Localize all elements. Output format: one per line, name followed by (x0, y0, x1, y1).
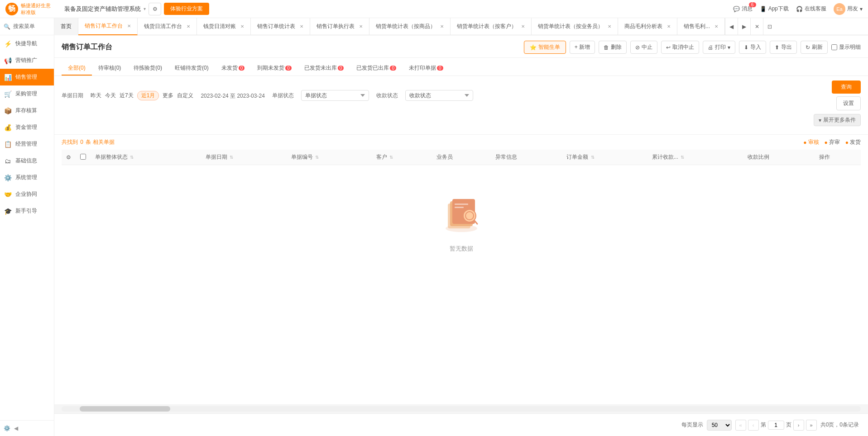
user-item[interactable]: Ea 用友 ▾ (834, 3, 863, 15)
sidebar-item-enterprise[interactable]: 🤝 企业协同 (0, 186, 54, 203)
sub-tab-all[interactable]: 全部(0) (62, 62, 92, 76)
sidebar-item-sales[interactable]: 📊 销售管理 (0, 69, 54, 85)
page-size-select[interactable]: 50 10 20 100 (707, 420, 732, 431)
sidebar-item-finance[interactable]: 💰 资金管理 (0, 119, 54, 136)
date-opt-custom[interactable]: 自定义 (177, 92, 193, 100)
tab-prev-btn[interactable]: ◀ (725, 18, 738, 35)
dropdown-arrow-icon[interactable]: ▾ (144, 6, 146, 11)
sort-no-icon[interactable]: ⇅ (315, 155, 319, 160)
tab-reconcile[interactable]: 钱货日清对账 ✕ (197, 18, 251, 35)
date-opt-yesterday[interactable]: 昨天 (91, 92, 101, 100)
sub-tab-pending-review[interactable]: 待审核(0) (92, 62, 128, 76)
sort-collected-icon[interactable]: ⇅ (681, 155, 684, 160)
sort-date-icon[interactable]: ⇅ (230, 155, 233, 160)
settings-footer-icon[interactable]: ⚙️ (4, 425, 10, 431)
stop-button[interactable]: ⊘ 中止 (630, 41, 657, 54)
tab-daily-clear[interactable]: 钱货日清工作台 ✕ (138, 18, 197, 35)
tab-order-exec[interactable]: 销售订单执行表 ✕ (310, 18, 369, 35)
status-filter-label: 单据状态 (272, 92, 294, 100)
last-page-button[interactable]: » (806, 420, 817, 431)
trial-button[interactable]: 体验行业方案 (164, 3, 209, 15)
sort-status-icon[interactable]: ⇅ (130, 155, 134, 160)
sub-tab-pending-check[interactable]: 待拣验货(0) (127, 62, 168, 76)
tab-sales-workbench[interactable]: 销售订单工作台 ✕ (78, 18, 138, 35)
sidebar-item-purchase[interactable]: 🛒 采购管理 (0, 85, 54, 102)
online-service-item[interactable]: 🎧 在线客服 (796, 5, 826, 13)
sidebar-item-basic[interactable]: 🗂 基础信息 (0, 152, 54, 169)
date-opt-1month[interactable]: 近1月 (137, 91, 159, 100)
next-page-button[interactable]: › (793, 420, 804, 431)
tab-sales-customer[interactable]: 销货单统计表（按客户） ✕ (451, 18, 532, 35)
query-button[interactable]: 查询 (832, 81, 861, 94)
sidebar-search[interactable]: 🔍 搜索菜单 (0, 18, 54, 35)
empty-state: 暂无数据 (62, 165, 861, 280)
sidebar-item-system[interactable]: ⚙️ 系统管理 (0, 169, 54, 186)
tab-sales-workbench-close[interactable]: ✕ (127, 24, 131, 28)
page-input[interactable] (768, 421, 784, 430)
sort-amount-icon[interactable]: ⇅ (591, 155, 595, 160)
sales-icon: 📊 (4, 74, 12, 81)
export-button[interactable]: ⬆ 导出 (770, 41, 797, 54)
show-detail-label[interactable]: 显示明细 (831, 43, 861, 51)
tab-next-btn[interactable]: ▶ (738, 18, 750, 35)
collapse-icon[interactable]: ◀ (14, 425, 18, 431)
show-detail-checkbox[interactable] (831, 44, 837, 50)
sort-customer-icon[interactable]: ⇅ (389, 155, 393, 160)
cancel-stop-button[interactable]: ↩ 取消中止 (661, 41, 699, 54)
th-checkbox[interactable] (76, 150, 91, 165)
sub-tab-shipped-not-out[interactable]: 已发货未出库0 (298, 62, 350, 76)
new-button[interactable]: + 新增 (570, 41, 595, 54)
prev-page-button[interactable]: ‹ (748, 420, 759, 431)
expand-filter-button[interactable]: ▾ 展开更多条件 (814, 114, 861, 126)
sidebar-item-quick-nav[interactable]: ⚡ 快捷导航 (0, 35, 54, 52)
tab-gross-margin[interactable]: 商品毛利分析表 ✕ (618, 18, 677, 35)
tab-sales-staff-close[interactable]: ✕ (608, 24, 611, 29)
settings-icon[interactable]: ⚙ (149, 3, 161, 15)
tab-daily-clear-close[interactable]: ✕ (187, 24, 190, 29)
sidebar-item-guide[interactable]: 🎓 新手引导 (0, 203, 54, 219)
sidebar-item-inventory[interactable]: 📦 库存核算 (0, 102, 54, 119)
horizontal-scrollbar[interactable] (62, 406, 861, 412)
tab-sales-gross[interactable]: 销售毛利... ✕ (677, 18, 725, 35)
tab-home[interactable]: 首页 (54, 18, 78, 35)
tab-gross-margin-close[interactable]: ✕ (667, 24, 671, 29)
select-all-checkbox[interactable] (80, 154, 86, 160)
status-filter-select[interactable]: 单据状态 (301, 90, 369, 101)
date-opt-more[interactable]: 更多 (163, 92, 173, 100)
tab-reconcile-close[interactable]: ✕ (240, 24, 244, 29)
tab-close-all-btn[interactable]: ✕ (750, 18, 763, 35)
tab-sales-gross-close[interactable]: ✕ (715, 24, 718, 29)
first-page-button[interactable]: « (735, 420, 746, 431)
th-gear[interactable]: ⚙ (62, 150, 76, 165)
sub-tab-not-shipped[interactable]: 未发货0 (215, 62, 251, 76)
sub-tab-overdue[interactable]: 到期未发货0 (251, 62, 298, 76)
sidebar-item-marketing[interactable]: 📢 营销推广 (0, 52, 54, 69)
date-opt-today[interactable]: 今天 (105, 92, 116, 100)
tab-expand-btn[interactable]: ⊡ (763, 18, 776, 35)
print-button[interactable]: 🖨 打印 ▾ (703, 41, 735, 54)
message-item[interactable]: 💬 消息 6 (733, 5, 753, 13)
tab-sales-customer-close[interactable]: ✕ (521, 24, 525, 29)
sidebar-item-operations[interactable]: 📋 经营管理 (0, 136, 54, 152)
sub-tab-wangpu[interactable]: 旺铺待发货(0) (168, 62, 215, 76)
smart-generate-button[interactable]: ⭐ 智能生单 (524, 41, 566, 54)
set-button[interactable]: 设置 (836, 96, 861, 110)
date-opt-7days[interactable]: 近7天 (120, 92, 134, 100)
tab-order-exec-close[interactable]: ✕ (359, 24, 363, 29)
payment-filter-select[interactable]: 收款状态 (405, 90, 473, 101)
tab-order-stats-close[interactable]: ✕ (300, 24, 303, 29)
audit-button[interactable]: ● 审核 (803, 138, 819, 146)
refresh-button[interactable]: ↻ 刷新 (801, 41, 828, 54)
scroll-thumb[interactable] (80, 406, 170, 412)
tab-sales-product[interactable]: 销货单统计表（按商品） ✕ (369, 18, 451, 35)
app-download-item[interactable]: 📱 App下载 (760, 5, 789, 13)
import-button[interactable]: ⬇ 导入 (739, 41, 766, 54)
delete-button[interactable]: 🗑 删除 (599, 41, 627, 54)
tab-order-stats[interactable]: 销售订单统计表 ✕ (251, 18, 310, 35)
sub-tab-shipped-out[interactable]: 已发货已出库0 (350, 62, 403, 76)
deliver-button[interactable]: ● 发货 (845, 138, 861, 146)
tab-sales-product-close[interactable]: ✕ (440, 24, 444, 29)
tab-sales-staff[interactable]: 销货单统计表（按业务员） ✕ (532, 18, 618, 35)
sub-tab-not-printed[interactable]: 未打印单据0 (403, 62, 450, 76)
cancel-audit-button[interactable]: ● 弃审 (825, 138, 840, 146)
